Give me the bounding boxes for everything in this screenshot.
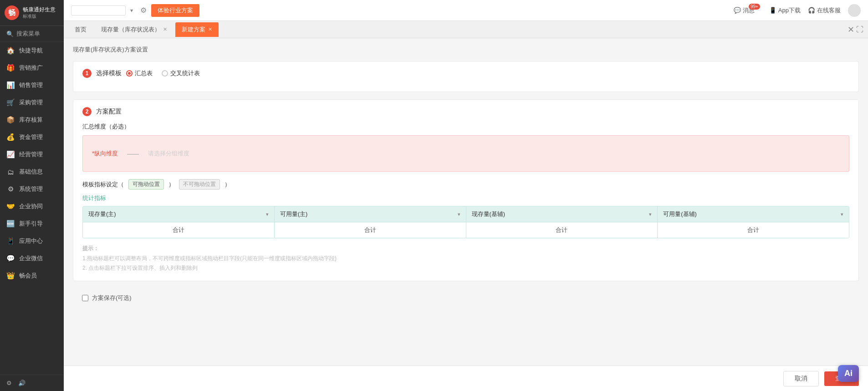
step1-header: 1 选择模板 汇总表 交叉统计表 (82, 69, 849, 78)
sidebar-item-weixin[interactable]: 💬 企业微信 (0, 250, 64, 267)
cart-icon: 🛒 (6, 98, 15, 107)
sidebar-footer: ⚙ 🔊 (0, 375, 64, 391)
col-arrow-2[interactable]: ▾ (649, 211, 652, 217)
stat-table-header: 现存量(主) ▾ 可用量(主) ▾ 现存量(基辅) ▾ (83, 206, 849, 222)
tab-new-plan[interactable]: 新建方案 ✕ (175, 22, 219, 37)
tab-close-new-plan[interactable]: ✕ (208, 26, 212, 32)
phone-icon: 📱 (769, 7, 776, 14)
dimension-section-label: 汇总维度（必选） (82, 123, 849, 131)
step2-title: 方案配置 (96, 108, 122, 116)
sidebar-item-purchase[interactable]: 🛒 采购管理 (0, 94, 64, 111)
chart-icon: 📊 (6, 81, 15, 89)
sidebar-item-sales[interactable]: 📊 销售管理 (0, 77, 64, 94)
sidebar-nav: 🏠 快捷导航 🎁 营销推广 📊 销售管理 🛒 采购管理 📦 库存核算 💰 资金管… (0, 42, 64, 375)
sidebar-item-cooperation[interactable]: 🤝 企业协同 (0, 198, 64, 215)
step1-num: 1 (82, 69, 92, 78)
trend-icon: 📈 (6, 150, 15, 159)
main-area: ▾ ⚙ 体验行业方案 💬 消息 99+ 📱 App下载 🎧 在线客服 首页 (64, 0, 868, 391)
sidebar-item-marketing[interactable]: 🎁 营销推广 (0, 59, 64, 77)
tab-home[interactable]: 首页 (68, 22, 93, 37)
tab-close-inventory[interactable]: ✕ (163, 26, 167, 32)
sidebar-item-vip[interactable]: 👑 畅会员 (0, 267, 64, 284)
save-row: 方案保存(可选) (73, 288, 859, 308)
sidebar-item-app-center[interactable]: 📱 应用中心 (0, 232, 64, 250)
dimension-row-label: *纵向维度 (92, 149, 118, 158)
trial-button[interactable]: 体验行业方案 (151, 4, 199, 17)
money-icon: 💰 (6, 133, 15, 141)
stat-col-1: 可用量(主) ▾ (275, 206, 466, 222)
step1-section: 1 选择模板 汇总表 交叉统计表 (73, 61, 859, 92)
topbar-avatar[interactable] (848, 4, 861, 17)
footer-sound-icon[interactable]: 🔊 (18, 380, 26, 386)
sidebar-item-basic-info[interactable]: 🗂 基础信息 (0, 163, 64, 180)
save-label: 方案保存(可选) (92, 294, 132, 302)
radio-summary[interactable]: 汇总表 (126, 69, 153, 77)
sidebar-logo: 畅 畅康通好生意 标准版 (0, 0, 64, 26)
tab-inventory-status[interactable]: 现存量（库存状况表） ✕ (95, 22, 174, 37)
fixed-badge: 不可拖动位置 (179, 179, 220, 190)
radio-summary-circle (126, 70, 133, 77)
topbar-gear-icon[interactable]: ⚙ (140, 6, 147, 15)
movable-badge: 可拖动位置 (128, 179, 164, 190)
page-title: 现存量(库存状况表)方案设置 (73, 46, 859, 54)
handshake-icon: 🤝 (6, 202, 15, 211)
footer-settings-icon[interactable]: ⚙ (6, 380, 12, 386)
stat-cell-1: 合计 (275, 222, 466, 238)
col-arrow-3[interactable]: ▾ (841, 211, 843, 217)
indicator-settings-label: 模板指标设定（ 可拖动位置 ） 不可拖动位置 ） (82, 179, 849, 190)
radio-crosstab[interactable]: 交叉统计表 (162, 69, 200, 77)
dimension-dash: —— (127, 150, 139, 157)
col-arrow-1[interactable]: ▾ (458, 211, 460, 217)
sidebar-item-operations[interactable]: 📈 经营管理 (0, 146, 64, 163)
step2-num: 2 (82, 107, 92, 116)
panel-close-icon[interactable]: ✕ (848, 25, 854, 35)
topbar-app-download[interactable]: 📱 App下载 (769, 6, 801, 15)
stat-cell-3: 合计 (658, 222, 849, 238)
topbar-online-service[interactable]: 🎧 在线客服 (808, 6, 841, 15)
tabs-bar: 首页 现存量（库存状况表） ✕ 新建方案 ✕ ✕ ⛶ (64, 21, 868, 38)
sidebar: 畅 畅康通好生意 标准版 🔍 搜索菜单 🏠 快捷导航 🎁 营销推广 📊 销售管理… (0, 0, 64, 391)
logo-text: 畅康通好生意 标准版 (23, 6, 56, 20)
sidebar-search[interactable]: 🔍 搜索菜单 (0, 26, 64, 42)
sidebar-item-inventory[interactable]: 📦 库存核算 (0, 111, 64, 129)
sidebar-item-system[interactable]: ⚙ 系统管理 (0, 180, 64, 198)
message-badge: 99+ (749, 4, 760, 10)
gift-icon: 🎁 (6, 64, 15, 72)
stat-table-row: 合计 合计 合计 合计 (83, 222, 849, 238)
topbar: ▾ ⚙ 体验行业方案 💬 消息 99+ 📱 App下载 🎧 在线客服 (64, 0, 868, 21)
box-icon: 📦 (6, 116, 15, 124)
stat-title: 统计指标 (82, 194, 849, 202)
settings-icon: ⚙ (6, 185, 15, 193)
topbar-message[interactable]: 💬 消息 99+ (734, 6, 755, 15)
stat-col-3: 可用量(基辅) ▾ (658, 206, 849, 222)
radio-crosstab-circle (162, 70, 168, 77)
stat-table: 现存量(主) ▾ 可用量(主) ▾ 现存量(基辅) ▾ (82, 206, 849, 238)
bottom-bar: 取消 查询 (64, 365, 868, 391)
topbar-dropdown-icon[interactable]: ▾ (130, 7, 133, 14)
page-content: 现存量(库存状况表)方案设置 1 选择模板 汇总表 (64, 38, 868, 315)
content-inner: 现存量(库存状况表)方案设置 1 选择模板 汇总表 (64, 38, 868, 315)
dimension-pink-area[interactable]: *纵向维度 —— 请选择分组维度 (82, 135, 849, 172)
folder-icon: 🗂 (6, 168, 15, 176)
sidebar-item-finance[interactable]: 💰 资金管理 (0, 129, 64, 146)
topbar-search-input[interactable] (71, 5, 126, 15)
topbar-left: ▾ ⚙ 体验行业方案 (71, 4, 728, 17)
mobile-icon: 📱 (6, 237, 15, 245)
tips-section: 提示： 1.拖动标题栏可以调整布局，不可跨维度或指标区域拖动栏目字段(只能在同一… (82, 244, 849, 273)
template-radio-group: 汇总表 交叉统计表 (126, 69, 200, 77)
indicator-settings: 模板指标设定（ 可拖动位置 ） 不可拖动位置 ） (82, 179, 849, 190)
sidebar-item-new-guide[interactable]: 🆕 新手引导 (0, 215, 64, 232)
panel-expand-icon[interactable]: ⛶ (856, 26, 863, 34)
message-icon: 💬 (734, 7, 741, 14)
sidebar-item-quick-nav[interactable]: 🏠 快捷导航 (0, 42, 64, 59)
col-arrow-0[interactable]: ▾ (266, 211, 269, 217)
dimension-placeholder: 请选择分组维度 (148, 149, 189, 158)
new-icon: 🆕 (6, 220, 15, 228)
statistics-section: 统计指标 现存量(主) ▾ 可用量(主) ▾ (82, 194, 849, 238)
stat-cell-2: 合计 (466, 222, 658, 238)
save-checkbox[interactable] (82, 295, 88, 301)
home-icon: 🏠 (6, 46, 15, 55)
cancel-button[interactable]: 取消 (783, 371, 819, 386)
headset-icon: 🎧 (808, 7, 815, 14)
ai-badge[interactable]: Ai (838, 365, 859, 382)
